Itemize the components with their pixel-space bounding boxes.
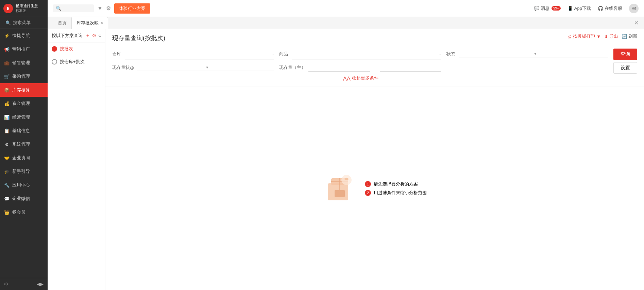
stock-main-min-input[interactable] xyxy=(308,64,370,72)
tab-close-icon[interactable]: × xyxy=(101,21,103,25)
tip-item-2: 2 用过滤条件来缩小分析范围 xyxy=(365,190,427,196)
messages-action[interactable]: 💬 消息 99+ xyxy=(534,5,561,12)
tab-home[interactable]: 首页 xyxy=(53,17,71,29)
sidebar-item-marketing[interactable]: 📢 营销推广 xyxy=(0,42,48,56)
purchase-icon: 🛒 xyxy=(3,73,10,80)
collab-label: 企业协同 xyxy=(12,155,30,161)
app-version: 标准版 xyxy=(16,8,38,13)
collapse-up-icon: ⋀⋀ xyxy=(343,76,351,81)
export-label: 导出 xyxy=(609,33,618,39)
svg-rect-2 xyxy=(335,190,345,197)
search-menu[interactable]: 🔍 搜索菜单 xyxy=(0,17,48,29)
left-panel-header: 按以下方案查询 ＋ ⊙ « xyxy=(48,29,105,42)
online-service-action[interactable]: 🎧 在线客服 xyxy=(598,5,622,12)
topbar-search-input[interactable] xyxy=(61,6,88,11)
guide-icon: 🎓 xyxy=(3,168,10,175)
refresh-btn[interactable]: 🔄 刷新 xyxy=(622,33,637,39)
goods-input-box[interactable]: ··· xyxy=(292,49,441,59)
status-filter: 状态 ▼ xyxy=(446,51,608,57)
sidebar-settings-btn[interactable]: ⚙ xyxy=(3,281,9,287)
tab-batch-account[interactable]: 库存批次账 × xyxy=(71,17,108,29)
inventory-icon: 📦 xyxy=(3,87,10,93)
sidebar-item-operations[interactable]: 📊 经营管理 xyxy=(0,110,48,124)
warehouse-filter: 仓库 ··· xyxy=(112,49,274,59)
settings-btn[interactable]: 设置 xyxy=(613,62,637,74)
sidebar-item-basics[interactable]: 📋 基础信息 xyxy=(0,124,48,138)
tab-close-global-icon[interactable]: ✕ xyxy=(634,20,639,26)
sales-icon: 💼 xyxy=(3,59,10,66)
goods-more-icon[interactable]: ··· xyxy=(438,52,441,56)
user-avatar-action[interactable]: Rit xyxy=(629,4,639,13)
purchase-label: 采购管理 xyxy=(12,73,30,79)
sidebar-item-sales[interactable]: 💼 销售管理 xyxy=(0,56,48,70)
messages-badge: 99+ xyxy=(552,6,561,11)
collapse-label: 收起更多条件 xyxy=(352,75,378,81)
main-area: 🔍 ▼ ⚙ 体验行业方案 💬 消息 99+ 📱 App下载 🎧 在线客服 xyxy=(48,0,644,290)
print-btn[interactable]: 🖨 按模板打印 ▼ xyxy=(567,33,601,39)
stock-main-max-input[interactable] xyxy=(380,64,441,72)
operations-icon: 📊 xyxy=(3,114,10,121)
export-btn[interactable]: ⬇ 导出 xyxy=(604,33,618,39)
tip-num-2: 2 xyxy=(365,190,371,196)
wechat-label: 企业微信 xyxy=(12,196,30,202)
topbar-settings-icon[interactable]: ⚙ xyxy=(106,5,111,12)
add-scheme-icon[interactable]: ＋ xyxy=(85,33,90,39)
topbar: 🔍 ▼ ⚙ 体验行业方案 💬 消息 99+ 📱 App下载 🎧 在线客服 xyxy=(48,0,644,17)
app-logo: 6 xyxy=(3,4,13,13)
marketing-label: 营销推广 xyxy=(12,46,30,52)
topbar-right: 💬 消息 99+ 📱 App下载 🎧 在线客服 Rit xyxy=(534,4,639,13)
query-btn[interactable]: 查询 xyxy=(613,49,637,60)
collapse-more-btn[interactable]: ⋀⋀ 收起更多条件 xyxy=(112,75,608,81)
page-header: 现存量查询(按批次) 🖨 按模板打印 ▼ ⬇ 导出 🔄 刷新 xyxy=(105,29,644,43)
status-select[interactable]: ▼ xyxy=(459,51,608,57)
search-icon: 🔍 xyxy=(5,20,11,25)
scheme-warehouse-batch[interactable]: 按仓库+批次 xyxy=(48,55,105,68)
sidebar-item-finance[interactable]: 💰 资金管理 xyxy=(0,97,48,110)
print-label: 按模板打印 xyxy=(573,33,595,39)
guide-label: 新手引导 xyxy=(12,168,30,175)
sidebar-item-collab[interactable]: 🤝 企业协同 xyxy=(0,151,48,165)
sidebar-item-purchase[interactable]: 🛒 采购管理 xyxy=(0,70,48,83)
print-arrow-icon: ▼ xyxy=(596,34,601,39)
goods-input[interactable] xyxy=(292,50,436,58)
sidebar-item-system[interactable]: ⚙ 系统管理 xyxy=(0,138,48,151)
app-download-action[interactable]: 📱 App下载 xyxy=(567,5,591,12)
warehouse-input[interactable] xyxy=(125,50,269,58)
page-content: 按以下方案查询 ＋ ⊙ « 按批次 按仓库+批次 现存量查询(按批次) xyxy=(48,29,644,290)
scheme-warehouse-dot xyxy=(52,59,57,65)
tabbar: 首页 库存批次账 × ✕ xyxy=(48,17,644,29)
sidebar-item-members[interactable]: 👑 畅会员 xyxy=(0,205,48,219)
warehouse-input-box[interactable]: ··· xyxy=(125,49,274,59)
scheme-batch-dot xyxy=(52,46,57,52)
stock-main-range: — xyxy=(308,64,441,72)
scheme-warehouse-batch-label: 按仓库+批次 xyxy=(60,59,85,65)
system-icon: ⚙ xyxy=(3,141,10,148)
export-icon: ⬇ xyxy=(604,34,608,39)
operations-label: 经营管理 xyxy=(12,114,30,120)
stock-status-filter: 现存量状态 ▼ xyxy=(112,64,274,71)
app-name: 畅康通好生意 xyxy=(16,3,38,8)
topbar-search-box[interactable]: 🔍 xyxy=(53,4,94,12)
scheme-batch-label: 按批次 xyxy=(60,46,73,52)
left-panel-actions: ＋ ⊙ « xyxy=(85,33,101,39)
page-title: 现存量查询(按批次) xyxy=(112,34,165,42)
sidebar-item-inventory[interactable]: 📦 库存核算 xyxy=(0,83,48,97)
stock-status-select[interactable]: ▼ xyxy=(137,64,274,71)
messages-label: 消息 xyxy=(541,5,549,12)
topbar-gear-icon[interactable]: ▼ xyxy=(97,5,103,12)
scheme-batch[interactable]: 按批次 xyxy=(48,42,105,55)
apps-label: 应用中心 xyxy=(12,182,30,188)
sidebar-collapse-btn[interactable]: ◀▶ xyxy=(36,281,44,287)
sidebar-item-wechat[interactable]: 💬 企业微信 xyxy=(0,192,48,205)
finance-icon: 💰 xyxy=(3,100,10,107)
sidebar-item-guide[interactable]: 🎓 新手引导 xyxy=(0,165,48,178)
warehouse-more-icon[interactable]: ··· xyxy=(270,52,274,56)
sidebar-item-apps[interactable]: 🔧 应用中心 xyxy=(0,178,48,192)
collapse-panel-icon[interactable]: « xyxy=(98,33,101,39)
tip-text-2: 用过滤条件来缩小分析范围 xyxy=(374,190,427,196)
settings-scheme-icon[interactable]: ⊙ xyxy=(92,33,96,39)
trial-btn[interactable]: 体验行业方案 xyxy=(114,3,150,14)
refresh-icon: 🔄 xyxy=(622,34,627,39)
sidebar-item-shortcuts[interactable]: ⚡ 快捷导航 xyxy=(0,29,48,42)
headset-icon: 🎧 xyxy=(598,6,603,11)
